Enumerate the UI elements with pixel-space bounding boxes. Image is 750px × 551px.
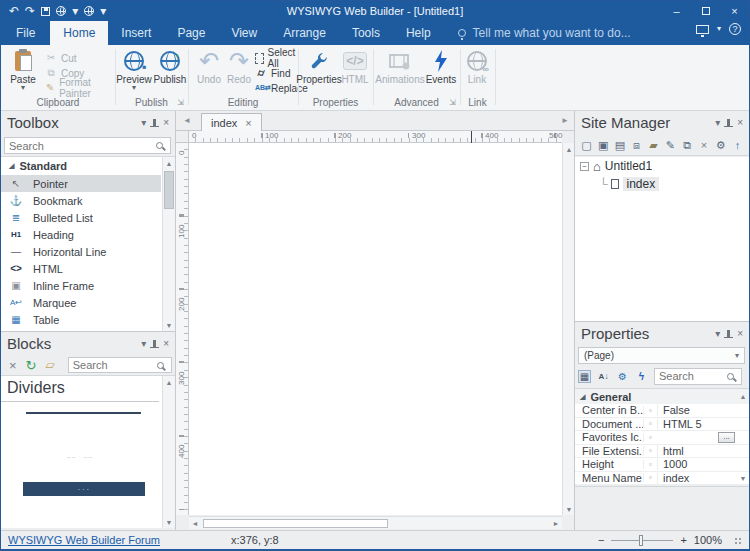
property-row-favorites-icon[interactable]: Favorites Ic... ▫ ... [575,431,749,445]
tab-scroll-right-icon[interactable]: ► [561,116,569,125]
tab-scroll-left-icon[interactable]: ◄ [183,116,191,125]
scroll-down-icon[interactable]: ▼ [163,319,175,331]
toolbox-item-bulleted-list[interactable]: ≣ Bulleted List [1,209,161,226]
tab-page[interactable]: Page [164,21,218,45]
tab-arrange[interactable]: Arrange [270,21,339,45]
tab-close-icon[interactable]: × [245,117,251,129]
toolbox-item-horizontal-line[interactable]: — Horizontal Line [1,243,161,260]
tab-tools[interactable]: Tools [339,21,393,45]
html-button[interactable]: </> HTML [339,48,371,96]
site-manager-pin-icon[interactable] [727,119,730,126]
site-manager-menu-caret[interactable]: ▾ [715,117,720,128]
toolbox-search-input[interactable] [5,140,156,152]
site-manager-close-icon[interactable]: × [737,117,743,128]
publish-button[interactable]: ↑ Publish [152,48,188,96]
tab-file[interactable]: File [1,21,50,45]
zoom-in-button[interactable]: + [680,534,686,546]
edit-page-icon[interactable]: ✎ [664,139,677,152]
scroll-up-icon[interactable]: ▲ [737,390,749,402]
page-icon[interactable]: ▤ [614,139,627,152]
design-page[interactable] [189,143,562,515]
scroll-up-icon[interactable]: ▲ [163,376,175,388]
tab-help[interactable]: Help [393,21,444,45]
delete-block-icon[interactable]: × [9,358,17,373]
zoom-out-button[interactable]: − [598,534,604,546]
toolbox-item-table[interactable]: ▦ Table [1,311,161,328]
scroll-down-icon[interactable]: ▼ [163,516,175,528]
toolbox-item-marquee[interactable]: A↩ Marquee [1,294,161,311]
property-target-select[interactable]: (Page) ▾ [578,347,745,364]
categorized-view-icon[interactable]: ▦ [578,370,591,383]
display-mode-caret[interactable]: ▾ [717,26,721,32]
duplicate-page-icon[interactable]: ⧉ [681,139,694,152]
open-folder-icon[interactable]: ▱ [46,358,55,372]
tree-expander-icon[interactable]: − [580,162,589,171]
cut-button[interactable]: ✂ Cut [45,51,77,65]
tell-me-box[interactable]: Tell me what you want to do... [458,21,631,45]
toolbox-category-standard[interactable]: ◢ Standard [1,157,175,174]
toolbox-item-pointer[interactable]: ↖ Pointer [1,175,161,192]
zoom-slider[interactable] [611,540,673,541]
maximize-button[interactable] [691,1,720,21]
property-row-height[interactable]: Height ▫ 1000 [575,458,749,472]
paste-button[interactable]: Paste ▾ [5,48,41,96]
format-painter-button[interactable]: ✎ Format Painter [45,81,115,95]
toolbox-close-icon[interactable]: × [163,117,169,128]
zoom-slider-thumb[interactable] [639,535,643,546]
tab-view[interactable]: View [218,21,270,45]
folder-icon[interactable]: ▰ [647,139,660,152]
toolbox-item-bookmark[interactable]: ⚓ Bookmark [1,192,161,209]
advanced-dialog-launcher[interactable]: ⇲ [449,98,456,107]
property-row-center-in-browser[interactable]: Center in B... ▫ False [575,404,749,418]
document-tab-index[interactable]: index × [201,113,262,131]
properties-menu-caret[interactable]: ▾ [715,328,720,339]
tree-node-index[interactable]: └ index [575,175,749,193]
find-button[interactable]: ⌭ Find [255,66,290,80]
animations-button[interactable]: Animations [374,48,426,96]
canvas-scroll-thumb[interactable] [203,519,388,528]
minimize-button[interactable]: – [662,1,691,21]
divider-block-line[interactable] [26,412,141,414]
redo-button[interactable]: ↷ Redo [221,48,257,96]
toolbox-scrollbar[interactable]: ▲ ▼ [162,157,175,331]
scroll-left-icon[interactable]: ◄ [189,518,201,529]
tab-home[interactable]: Home [50,21,108,45]
properties-search-input[interactable] [655,370,727,382]
toolbox-item-html[interactable]: <> HTML [1,260,161,277]
property-row-menu-name[interactable]: Menu Name ▫ index [575,472,749,486]
blocks-search-input[interactable] [69,359,157,371]
property-row-document-type[interactable]: Document ... ▫ HTML 5 [575,418,749,432]
add-page-icon[interactable]: ▢ [580,139,593,152]
forum-link[interactable]: WYSIWYG Web Builder Forum [8,534,160,546]
preview-button[interactable]: 🞍 Preview ▾ [116,48,152,96]
delete-page-icon[interactable]: × [698,139,711,151]
events-view-icon[interactable]: ϟ [635,371,648,382]
canvas-horizontal-scrollbar[interactable]: ◄ ► [189,516,562,529]
toolbox-pin-icon[interactable] [153,119,156,126]
scroll-down-icon[interactable]: ▼ [737,472,749,484]
display-mode-icon[interactable] [696,25,709,34]
scroll-up-icon[interactable]: ▲ [163,157,175,169]
toolbox-item-heading[interactable]: H1 Heading [1,226,161,243]
link-page-icon[interactable]: ⧈ [630,139,643,152]
add-template-page-icon[interactable]: ▣ [597,139,610,152]
events-button[interactable]: Events [424,48,458,96]
alphabetical-view-icon[interactable]: A↓ [597,372,610,381]
toolbox-menu-caret[interactable]: ▾ [141,117,146,128]
properties-button[interactable]: Properties [299,48,339,96]
page-settings-icon[interactable]: ⚙ [714,139,727,152]
blocks-close-icon[interactable]: × [163,338,169,349]
toolbox-item-inline-frame[interactable]: ▣ Inline Frame [1,277,161,294]
move-up-icon[interactable]: ↑ [731,139,744,151]
tree-node-root[interactable]: − ⌂ Untitled1 [575,157,749,175]
link-button[interactable]: ∞ Link [459,48,495,96]
help-icon[interactable]: ? [729,23,741,35]
property-row-file-extension[interactable]: File Extensi... ▫ html [575,445,749,459]
blocks-pin-icon[interactable] [153,340,156,347]
browse-button[interactable]: ... [718,432,735,443]
property-category-general[interactable]: ◢ General [575,389,749,404]
page-properties-icon[interactable]: ⚙ [616,371,629,382]
close-button[interactable]: × [720,1,749,21]
tab-insert[interactable]: Insert [108,21,164,45]
select-all-button[interactable]: Select All [255,51,298,65]
